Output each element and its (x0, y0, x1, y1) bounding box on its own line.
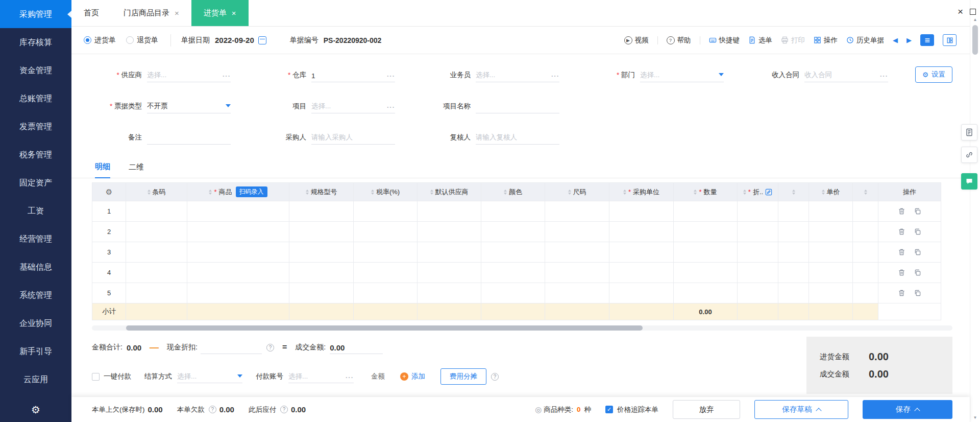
supplier-input[interactable]: 选择... ··· (147, 68, 231, 82)
table-cell[interactable] (418, 222, 481, 242)
sidebar-item-inventory[interactable]: 库存核算 (0, 28, 71, 56)
table-cell[interactable] (738, 201, 778, 222)
horizontal-scrollbar[interactable] (92, 325, 952, 331)
tab-purchase-order[interactable]: 进货单 × (191, 0, 249, 26)
sort-icon[interactable] (743, 190, 746, 195)
table-cell[interactable] (126, 283, 187, 303)
tab-matrix[interactable]: 二维 (129, 162, 144, 178)
sidebar-item-operation[interactable]: 经营管理 (0, 225, 71, 253)
ellipsis-picker-icon[interactable]: ··· (346, 373, 354, 381)
copy-icon[interactable] (914, 248, 921, 256)
table-cell[interactable] (481, 222, 545, 242)
project-name-input[interactable] (476, 99, 559, 113)
table-cell[interactable] (778, 242, 809, 263)
sidebar-item-purchase[interactable]: 采购管理 (0, 0, 71, 28)
tab-home[interactable]: 首页 (71, 0, 111, 26)
price-track-checkbox[interactable]: ✓ (605, 406, 613, 413)
table-cell[interactable] (738, 263, 778, 283)
sort-icon[interactable] (623, 190, 626, 195)
salesman-input[interactable]: 选择... ··· (476, 68, 559, 82)
row-number-cell[interactable]: 3 (92, 242, 126, 263)
table-header-cell[interactable]: *商品扫码录入 (187, 183, 289, 201)
table-cell[interactable] (738, 283, 778, 303)
table-cell[interactable] (126, 201, 187, 222)
vertical-scrollbar[interactable]: ▲ ▼ (972, 17, 978, 420)
calendar-icon[interactable] (258, 36, 266, 44)
table-cell[interactable] (354, 283, 418, 303)
expense-apportion-button[interactable]: 费用分摊 (440, 368, 486, 385)
project-input[interactable]: 选择... ··· (311, 99, 395, 113)
settings-button[interactable]: ⚙ 设置 (915, 66, 952, 83)
help-circle-icon[interactable]: ? (209, 406, 216, 413)
help-circle-icon[interactable]: ? (491, 373, 499, 381)
operations-button[interactable]: 操作 (814, 36, 838, 45)
vertical-scrollbar-thumb[interactable] (972, 25, 978, 55)
table-header-cell[interactable]: 税率(%) (354, 183, 418, 201)
sidebar-item-newbie-guide[interactable]: 新手引导 (0, 337, 71, 365)
table-cell[interactable] (418, 201, 481, 222)
doc-panel-button[interactable] (961, 124, 977, 140)
radio-return-order[interactable]: 退货单 (126, 36, 158, 45)
table-cell[interactable] (853, 201, 878, 222)
table-cell[interactable] (545, 263, 609, 283)
copy-icon[interactable] (914, 289, 921, 297)
sidebar-item-system[interactable]: 系统管理 (0, 281, 71, 309)
print-button[interactable]: 打印 (781, 36, 805, 45)
table-cell[interactable] (354, 201, 418, 222)
table-header-cell[interactable]: 规格型号 (289, 183, 354, 201)
delete-icon[interactable] (898, 248, 905, 256)
ellipsis-picker-icon[interactable]: ··· (387, 72, 395, 80)
reviewer-input[interactable]: 请输入复核人 (476, 130, 559, 145)
table-cell[interactable] (674, 242, 738, 263)
add-payment-button[interactable]: + 添加 (400, 372, 425, 381)
settlement-method-select[interactable]: 选择... (177, 370, 242, 383)
history-orders-button[interactable]: 历史单据 (846, 36, 884, 45)
sidebar-item-general-ledger[interactable]: 总账管理 (0, 84, 71, 112)
table-cell[interactable] (354, 263, 418, 283)
scroll-up-icon[interactable]: ▲ (972, 17, 978, 22)
radio-purchase-order[interactable]: 进货单 (84, 36, 116, 45)
table-cell[interactable] (418, 283, 481, 303)
table-cell[interactable] (738, 242, 778, 263)
table-cell[interactable] (354, 242, 418, 263)
ellipsis-picker-icon[interactable]: ··· (387, 103, 395, 111)
help-button[interactable]: ? 帮助 (667, 36, 691, 45)
row-number-cell[interactable]: 4 (92, 263, 126, 283)
edit-icon[interactable] (765, 189, 772, 196)
scan-entry-button[interactable]: 扫码录入 (236, 186, 267, 197)
table-header-cell[interactable]: *采购单位 (609, 183, 674, 201)
ellipsis-picker-icon[interactable]: ··· (880, 72, 888, 80)
ellipsis-picker-icon[interactable]: ··· (223, 72, 231, 80)
table-cell[interactable] (609, 222, 674, 242)
table-header-cell[interactable] (778, 183, 809, 201)
window-close-icon[interactable]: × (958, 7, 963, 16)
sort-icon[interactable] (792, 190, 795, 195)
payment-account-input[interactable]: 选择... ··· (288, 370, 354, 383)
save-draft-button[interactable]: 保存草稿 (754, 400, 848, 419)
chevron-down-icon[interactable] (237, 374, 242, 380)
table-header-cell[interactable]: 颜色 (481, 183, 545, 201)
copy-icon[interactable] (914, 269, 921, 276)
table-cell[interactable] (809, 242, 853, 263)
table-cell[interactable] (481, 263, 545, 283)
table-cell[interactable] (853, 222, 878, 242)
chevron-down-icon[interactable] (226, 104, 231, 110)
warehouse-input[interactable]: 1 ··· (311, 68, 395, 82)
buyer-input[interactable]: 请输入采购人 (311, 130, 395, 145)
prev-page-icon[interactable]: ◀ (893, 36, 898, 44)
table-cell[interactable] (778, 201, 809, 222)
sidebar-gear-icon[interactable]: ⚙ (0, 397, 71, 422)
table-cell[interactable] (853, 283, 878, 303)
table-cell[interactable] (809, 222, 853, 242)
table-cell[interactable] (187, 222, 289, 242)
bill-type-select[interactable]: 不开票 (147, 99, 231, 113)
table-cell[interactable] (674, 222, 738, 242)
help-circle-icon[interactable]: ? (280, 406, 288, 413)
shortcut-keys-button[interactable]: 快捷键 (709, 36, 740, 45)
table-cell[interactable] (289, 201, 354, 222)
horizontal-scrollbar-thumb[interactable] (126, 325, 643, 331)
table-cell[interactable] (545, 283, 609, 303)
date-value[interactable]: 2022-09-20 (215, 36, 254, 44)
table-header-cell[interactable] (853, 183, 878, 201)
table-cell[interactable] (418, 263, 481, 283)
